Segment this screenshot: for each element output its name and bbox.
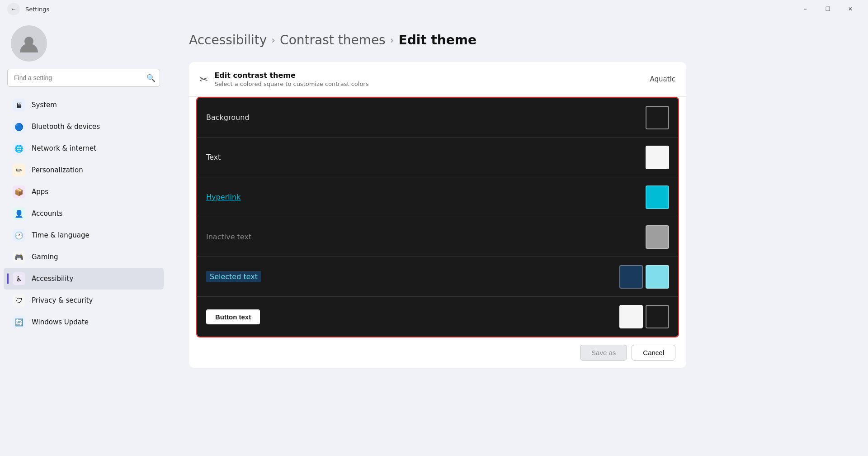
inactive-swatch-1[interactable] [646, 225, 669, 249]
breadcrumb-contrast-themes[interactable]: Contrast themes [280, 33, 386, 48]
edit-theme-icon: ✂ [200, 74, 208, 85]
breadcrumb-current: Edit theme [399, 33, 476, 48]
nav-label-system: System [32, 101, 57, 109]
card-title: Edit contrast theme [214, 71, 368, 80]
card-header-left: ✂ Edit contrast theme Select a colored s… [200, 71, 368, 87]
close-button[interactable]: ✕ [840, 2, 861, 16]
system-icon: 🖥 [13, 99, 25, 111]
selected-label: Selected text [206, 271, 261, 282]
theme-row-text: Text [197, 138, 678, 177]
nav-item-accounts[interactable]: 👤 Accounts [4, 203, 164, 224]
accounts-icon: 👤 [13, 207, 25, 220]
background-swatch-1[interactable] [646, 106, 669, 129]
maximize-button[interactable]: ❐ [817, 2, 838, 16]
inactive-label: Inactive text [206, 233, 251, 241]
button-swatch-1[interactable] [619, 305, 643, 328]
text-swatch-1[interactable] [646, 146, 669, 169]
button-swatches [619, 305, 669, 328]
breadcrumb-sep-2: › [390, 34, 394, 46]
back-button[interactable]: ← [7, 3, 20, 15]
titlebar: ← Settings − ❐ ✕ [0, 0, 868, 18]
selected-swatches [619, 265, 669, 289]
card-header: ✂ Edit contrast theme Select a colored s… [189, 62, 686, 97]
theme-row-background: Background [197, 98, 678, 138]
nav-item-network[interactable]: 🌐 Network & internet [4, 138, 164, 159]
theme-row-selected: Selected text [197, 257, 678, 297]
network-icon: 🌐 [13, 142, 25, 155]
cancel-button[interactable]: Cancel [632, 345, 675, 361]
theme-name-label: Aquatic [650, 75, 675, 83]
card-subtitle: Select a colored square to customize con… [214, 81, 368, 87]
background-swatches [646, 106, 669, 129]
bluetooth-icon: 🔵 [13, 120, 25, 133]
inactive-swatches [646, 225, 669, 249]
search-icon: 🔍 [146, 74, 156, 82]
nav-item-gaming[interactable]: 🎮 Gaming [4, 246, 164, 268]
nav-label-bluetooth: Bluetooth & devices [32, 123, 100, 131]
breadcrumb: Accessibility › Contrast themes › Edit t… [189, 33, 846, 48]
nav-label-time: Time & language [32, 231, 90, 239]
search-box: 🔍 [7, 69, 160, 87]
button-text-preview[interactable]: Button text [206, 309, 260, 324]
app-body: 🔍 🖥 System 🔵 Bluetooth & devices 🌐 Netwo… [0, 18, 868, 456]
accessibility-icon: ♿ [13, 272, 25, 285]
gaming-icon: 🎮 [13, 251, 25, 263]
breadcrumb-sep-1: › [271, 34, 275, 46]
nav-label-network: Network & internet [32, 144, 96, 152]
hyperlink-label[interactable]: Hyperlink [206, 193, 241, 201]
nav-item-system[interactable]: 🖥 System [4, 94, 164, 116]
nav-item-privacy[interactable]: 🛡 Privacy & security [4, 290, 164, 311]
time-icon: 🕐 [13, 229, 25, 242]
update-icon: 🔄 [13, 316, 25, 328]
hyperlink-swatches [646, 185, 669, 209]
nav-label-gaming: Gaming [32, 253, 58, 261]
sidebar: 🔍 🖥 System 🔵 Bluetooth & devices 🌐 Netwo… [0, 18, 167, 456]
background-label: Background [206, 113, 249, 122]
nav-item-personalization[interactable]: ✏️ Personalization [4, 159, 164, 181]
nav-item-update[interactable]: 🔄 Windows Update [4, 311, 164, 333]
nav-item-apps[interactable]: 📦 Apps [4, 181, 164, 203]
search-input[interactable] [7, 69, 160, 87]
theme-row-inactive: Inactive text [197, 217, 678, 257]
content-area: Accessibility › Contrast themes › Edit t… [167, 18, 868, 456]
nav-label-personalization: Personalization [32, 166, 83, 174]
save-as-button[interactable]: Save as [580, 345, 627, 361]
nav-label-accessibility: Accessibility [32, 275, 73, 283]
nav-item-bluetooth[interactable]: 🔵 Bluetooth & devices [4, 116, 164, 138]
nav-label-update: Windows Update [32, 318, 89, 326]
user-avatar [11, 25, 47, 62]
apps-icon: 📦 [13, 185, 25, 198]
theme-row-button: Button text [197, 297, 678, 337]
nav-label-apps: Apps [32, 188, 48, 196]
privacy-icon: 🛡 [13, 294, 25, 307]
selected-swatch-1[interactable] [619, 265, 643, 289]
edit-theme-card: ✂ Edit contrast theme Select a colored s… [189, 62, 686, 368]
personalization-icon: ✏️ [13, 164, 25, 176]
app-title: Settings [25, 6, 49, 13]
theme-row-hyperlink: Hyperlink [197, 177, 678, 217]
selected-swatch-2[interactable] [646, 265, 669, 289]
nav-label-accounts: Accounts [32, 209, 62, 218]
hyperlink-swatch-1[interactable] [646, 185, 669, 209]
text-swatches [646, 146, 669, 169]
card-header-text: Edit contrast theme Select a colored squ… [214, 71, 368, 87]
nav-item-time[interactable]: 🕐 Time & language [4, 224, 164, 246]
nav-item-accessibility[interactable]: ♿ Accessibility [4, 268, 164, 290]
theme-editor: Background Text Hyperlink [196, 97, 679, 337]
text-label: Text [206, 153, 221, 162]
window-controls: − ❐ ✕ [795, 2, 861, 16]
nav-label-privacy: Privacy & security [32, 296, 93, 304]
minimize-button[interactable]: − [795, 2, 816, 16]
breadcrumb-accessibility[interactable]: Accessibility [189, 33, 267, 48]
card-footer: Save as Cancel [189, 337, 686, 368]
button-swatch-2[interactable] [646, 305, 669, 328]
